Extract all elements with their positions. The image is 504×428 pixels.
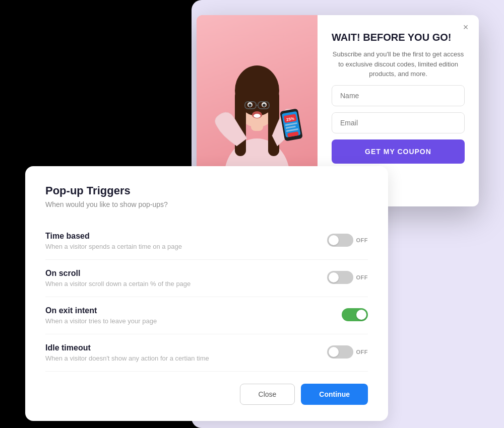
trigger-row-exit-intent: On exit intent When a visitor tries to l…	[45, 297, 368, 334]
toggle-wrapper-on-scroll: OFF	[327, 271, 368, 284]
toggle-wrapper-idle-timeout: OFF	[327, 345, 368, 359]
trigger-text-on-scroll: On scroll When a visitor scroll down a c…	[45, 269, 191, 288]
toggle-off-label-time-based: OFF	[356, 237, 368, 243]
toggle-thumb-exit-intent	[356, 310, 366, 320]
panel-title: Pop-up Triggers	[45, 184, 368, 197]
toggle-idle-timeout[interactable]	[327, 345, 353, 359]
popup-close-button[interactable]: ×	[460, 21, 472, 33]
trigger-text-time-based: Time based When a visitor spends a certa…	[45, 232, 182, 250]
trigger-text-idle-timeout: Idle timeout When a visitor doesn't show…	[45, 343, 209, 362]
email-input[interactable]	[332, 112, 465, 133]
svg-point-14	[254, 114, 261, 118]
toggle-wrapper-exit-intent	[342, 308, 368, 321]
get-coupon-button[interactable]: GET MY COUPON	[332, 139, 465, 164]
panel-actions: Close Continue	[45, 384, 368, 405]
close-button[interactable]: Close	[240, 384, 295, 405]
trigger-label-time-based: Time based	[45, 232, 182, 241]
trigger-desc-on-scroll: When a visitor scroll down a certain % o…	[45, 280, 191, 288]
toggle-off-label-idle-timeout: OFF	[356, 349, 368, 355]
panel-card: Pop-up Triggers When would you like to s…	[25, 166, 388, 421]
trigger-label-idle-timeout: Idle timeout	[45, 343, 209, 352]
trigger-desc-exit-intent: When a visitor tries to leave your page	[45, 317, 157, 325]
popup-title: WAIT! BEFORE YOU GO!	[332, 31, 465, 43]
trigger-desc-time-based: When a visitor spends a certain time on …	[45, 243, 182, 250]
toggle-exit-intent[interactable]	[342, 308, 368, 321]
toggle-off-label-on-scroll: OFF	[356, 274, 368, 280]
trigger-row-idle-timeout: Idle timeout When a visitor doesn't show…	[45, 334, 368, 372]
trigger-desc-idle-timeout: When a visitor doesn't show any action f…	[45, 354, 209, 362]
toggle-time-based[interactable]	[327, 234, 353, 247]
trigger-row-time-based: Time based When a visitor spends a certa…	[45, 223, 368, 260]
toggle-thumb-on-scroll	[329, 272, 339, 282]
panel-subtitle: When would you like to show pop-ups?	[45, 200, 368, 208]
popup-subtitle: Subscribe and you'll be the first to get…	[332, 49, 465, 79]
toggle-wrapper-time-based: OFF	[327, 234, 368, 247]
trigger-label-exit-intent: On exit intent	[45, 306, 157, 315]
svg-point-9	[263, 104, 266, 107]
continue-button[interactable]: Continue	[301, 384, 368, 405]
toggle-thumb-idle-timeout	[329, 347, 339, 357]
toggle-thumb-time-based	[329, 235, 339, 245]
toggle-on-scroll[interactable]	[327, 271, 353, 284]
svg-point-8	[248, 104, 251, 107]
trigger-label-on-scroll: On scroll	[45, 269, 191, 278]
name-input[interactable]	[332, 85, 465, 106]
trigger-text-exit-intent: On exit intent When a visitor tries to l…	[45, 306, 157, 325]
trigger-row-on-scroll: On scroll When a visitor scroll down a c…	[45, 260, 368, 297]
